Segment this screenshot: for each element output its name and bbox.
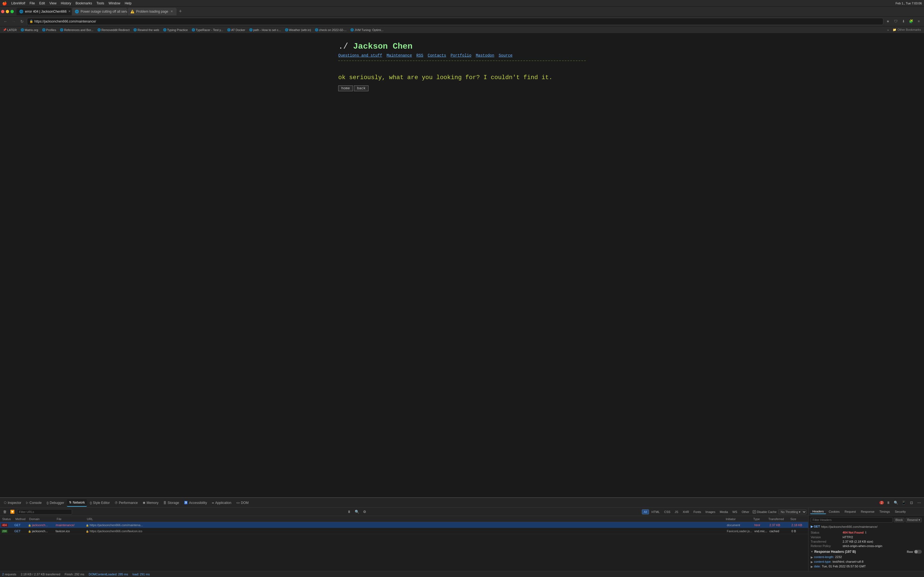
- back-button-page[interactable]: back: [354, 85, 368, 91]
- dt-tab-style-editor[interactable]: {} Style Editor: [87, 499, 112, 507]
- filter-images[interactable]: Images: [703, 509, 717, 514]
- filter-css[interactable]: CSS: [662, 509, 672, 514]
- bookmark-typing[interactable]: 🌐 Typing Practice: [162, 28, 189, 32]
- dt-tab-accessibility[interactable]: ♿ Accessibility: [182, 499, 209, 507]
- bookmark-profiles[interactable]: 🌐 Profiles: [41, 28, 58, 32]
- response-headers-title[interactable]: ▼ Response Headers (197 B) Raw: [811, 550, 922, 554]
- bookmark-removereddit[interactable]: 🌐 Removeddit Redirect: [96, 28, 131, 32]
- expand-icon-content-length[interactable]: ▶: [811, 556, 813, 559]
- bookmark-references[interactable]: 🌐 References and Bor...: [58, 28, 95, 32]
- throttle-select[interactable]: No Throttling ▾: [778, 509, 806, 514]
- menu-file[interactable]: File: [29, 2, 35, 5]
- dt-tab-network[interactable]: ⇅ Network: [67, 499, 87, 507]
- dt-search-button[interactable]: 🔍: [893, 500, 899, 506]
- bookmark-rewind[interactable]: 🌐 Rewind the web: [132, 28, 160, 32]
- bookmark-path[interactable]: 🌐 path - How to set c...: [248, 28, 283, 32]
- menu-help[interactable]: Help: [124, 2, 131, 5]
- menu-edit[interactable]: Edit: [39, 2, 45, 5]
- network-settings-button[interactable]: ⚙: [362, 509, 368, 515]
- filter-js[interactable]: JS: [673, 509, 680, 514]
- filter-xhr[interactable]: XHR: [681, 509, 691, 514]
- filter-ws[interactable]: WS: [730, 509, 739, 514]
- status-info-icon[interactable]: ℹ: [865, 530, 866, 534]
- dt-tab-console[interactable]: ▷ Console: [24, 499, 44, 507]
- tab-3[interactable]: ⚠️ Problem loading page ✕: [128, 8, 176, 15]
- dt-more-button[interactable]: ⋯: [916, 500, 922, 506]
- bookmark-typeracer[interactable]: 🌐 TypeRacer - Test y...: [190, 28, 225, 32]
- dt-pause-button[interactable]: ⏸: [885, 500, 892, 506]
- filter-other[interactable]: Other: [740, 509, 751, 514]
- dt-tab-application[interactable]: ▪▪ Application: [210, 499, 234, 507]
- tab-request[interactable]: Request: [842, 509, 858, 514]
- nav-source[interactable]: Source: [499, 53, 512, 58]
- menu-librewolf[interactable]: LibreWolf: [11, 2, 25, 5]
- tab-3-close[interactable]: ✕: [170, 10, 174, 13]
- network-row-1[interactable]: 404 GET 🔒 jacksonch... /maintenance/ 🔒 h…: [0, 522, 808, 528]
- more-icon[interactable]: ≡: [916, 18, 922, 24]
- dt-responsive-button[interactable]: 📱: [900, 500, 907, 506]
- filter-all[interactable]: All: [642, 509, 649, 514]
- forward-button[interactable]: →: [10, 18, 17, 25]
- star-icon[interactable]: ★: [885, 18, 891, 24]
- new-tab-button[interactable]: +: [177, 8, 184, 15]
- tab-headers[interactable]: Headers: [810, 509, 826, 514]
- network-row-2[interactable]: 200 GET 🔒 jacksonch... favicon.ico 🔒 htt…: [0, 528, 808, 534]
- disable-cache-toggle[interactable]: ✓ Disable Cache: [753, 510, 777, 514]
- resend-button[interactable]: Resend ▾: [906, 517, 922, 522]
- tab-security[interactable]: Security: [893, 509, 908, 514]
- bookmark-weather[interactable]: 🌐 Weather (wttr.in): [284, 28, 313, 32]
- tab-timings[interactable]: Timings: [877, 509, 892, 514]
- nav-maintenance[interactable]: Maintenance: [387, 53, 412, 58]
- dt-tab-memory[interactable]: ◉ Memory: [141, 499, 161, 507]
- reload-button[interactable]: ↻: [19, 18, 25, 25]
- filter-media[interactable]: Media: [718, 509, 730, 514]
- traffic-light-minimize[interactable]: [6, 10, 9, 13]
- raw-switch[interactable]: [914, 550, 922, 554]
- expand-icon-content-type[interactable]: ▶: [811, 560, 813, 564]
- dt-tab-debugger[interactable]: {} Debugger: [44, 499, 66, 507]
- menu-window[interactable]: Window: [108, 2, 120, 5]
- menu-history[interactable]: History: [61, 2, 71, 5]
- filter-headers-input[interactable]: [811, 517, 893, 522]
- tab-response[interactable]: Response: [859, 509, 877, 514]
- nav-rss[interactable]: RSS: [416, 53, 423, 58]
- tab-2[interactable]: 🌐 Power outage cutting off all service..…: [72, 8, 127, 15]
- bookmark-more[interactable]: »: [886, 28, 890, 32]
- network-pause-button[interactable]: ⏸: [346, 509, 352, 515]
- dt-dock-button[interactable]: ⊡: [908, 500, 915, 506]
- dt-tab-storage[interactable]: 🗄 Storage: [161, 499, 181, 507]
- menu-tools[interactable]: Tools: [97, 2, 104, 5]
- tab-cookies[interactable]: Cookies: [827, 509, 842, 514]
- download-icon[interactable]: ⬇: [900, 18, 906, 24]
- tab-1[interactable]: 🌐 error 404 | JacksonChen666 ✕: [16, 8, 71, 15]
- network-filter-input[interactable]: [17, 509, 72, 515]
- bookmark-docker[interactable]: 🌐 AT Docker: [226, 28, 247, 32]
- traffic-light-fullscreen[interactable]: [10, 10, 14, 13]
- dt-tab-inspector[interactable]: ⬡ Inspector: [2, 499, 23, 507]
- nav-contacts[interactable]: Contacts: [428, 53, 446, 58]
- home-button[interactable]: home: [338, 85, 353, 91]
- filter-fonts[interactable]: Fonts: [691, 509, 703, 514]
- traffic-light-close[interactable]: [1, 10, 5, 13]
- dt-tab-dom[interactable]: <> DOM: [234, 499, 251, 507]
- bookmark-matrix[interactable]: 🌐 Matrix.org: [19, 28, 40, 32]
- bookmark-jvm[interactable]: 🌐 JVM Tuning: Optimi...: [349, 28, 385, 32]
- nav-questions[interactable]: Questions and stuff: [338, 53, 382, 58]
- bookmark-other-folder[interactable]: 📁 Other Bookmarks: [891, 27, 922, 32]
- expand-icon-date[interactable]: ▶: [811, 565, 813, 569]
- nav-mastodon[interactable]: Mastodon: [476, 53, 494, 58]
- network-filter-toggle[interactable]: 🔽: [9, 509, 15, 515]
- network-clear-button[interactable]: 🗑: [2, 509, 8, 515]
- tab-1-close[interactable]: ✕: [68, 10, 71, 13]
- raw-toggle[interactable]: Raw: [907, 550, 922, 554]
- dt-tab-performance[interactable]: ⏱ Performance: [113, 499, 140, 507]
- url-bar[interactable]: 🔒 https://jacksonchen666.com/maintenance…: [27, 18, 883, 25]
- nav-portfolio[interactable]: Portfolio: [451, 53, 472, 58]
- shield-icon[interactable]: 🛡: [893, 18, 899, 24]
- apple-menu[interactable]: 🍎: [2, 1, 7, 5]
- bookmark-later[interactable]: 📌 LATER: [2, 28, 18, 32]
- menu-view[interactable]: View: [50, 2, 57, 5]
- filter-html[interactable]: HTML: [649, 509, 662, 514]
- bookmark-check[interactable]: 🌐 check on 2022-02-...: [313, 28, 348, 32]
- menu-bookmarks[interactable]: Bookmarks: [76, 2, 92, 5]
